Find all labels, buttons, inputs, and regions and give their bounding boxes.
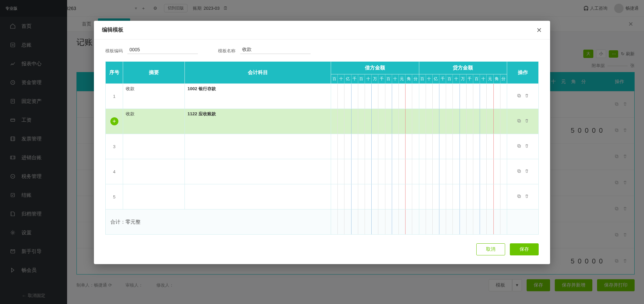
svg-rect-33 [518, 195, 520, 197]
credit-cell[interactable] [419, 84, 507, 109]
total-credit [419, 209, 507, 235]
entry-row[interactable]: 1收款1002 银行存款 [106, 84, 539, 109]
seq-cell: 5 [106, 184, 123, 209]
debit-cell[interactable] [331, 134, 419, 159]
total-debit [331, 209, 419, 235]
entry-row[interactable]: 3 [106, 134, 539, 159]
add-row-icon[interactable]: + [110, 117, 118, 125]
seq-cell: 1 [106, 84, 123, 109]
total-label: 合计：零元整 [106, 209, 331, 235]
svg-rect-29 [518, 144, 520, 147]
copy-row-icon[interactable] [517, 93, 522, 98]
debit-cell[interactable] [331, 109, 419, 134]
credit-cell[interactable] [419, 109, 507, 134]
seq-cell: + [106, 109, 123, 134]
th-credit: 贷方金额 [419, 62, 507, 74]
template-entry-table: 序号 摘要 会计科目 借方金额 贷方金额 操作 百十亿千百十万千百十元角分 百十… [105, 61, 539, 235]
entry-row[interactable]: 4 [106, 159, 539, 184]
template-name-label: 模板名称 [218, 48, 235, 54]
svg-rect-32 [518, 195, 521, 198]
credit-cell[interactable] [419, 134, 507, 159]
modal-save-button[interactable]: 保存 [510, 243, 539, 255]
copy-row-icon[interactable] [517, 194, 522, 199]
copy-row-icon[interactable] [517, 118, 522, 123]
delete-row-icon[interactable] [524, 143, 529, 148]
th-seq: 序号 [106, 62, 123, 84]
cancel-button[interactable]: 取消 [476, 243, 505, 255]
svg-rect-26 [518, 120, 521, 122]
account-cell[interactable] [185, 184, 331, 209]
row-ops [507, 84, 539, 109]
svg-rect-24 [518, 95, 521, 97]
th-debit-digits: 百十亿千百十万千百十元角分 [331, 74, 419, 84]
row-ops [507, 134, 539, 159]
debit-cell[interactable] [331, 84, 419, 109]
summary-cell[interactable] [123, 134, 185, 159]
svg-rect-25 [518, 94, 520, 97]
seq-cell: 3 [106, 134, 123, 159]
copy-row-icon[interactable] [517, 169, 522, 174]
credit-cell[interactable] [419, 184, 507, 209]
delete-row-icon[interactable] [524, 93, 529, 98]
delete-row-icon[interactable] [524, 194, 529, 199]
delete-row-icon[interactable] [524, 169, 529, 174]
entry-row[interactable]: +收款1122 应收账款 [106, 109, 539, 134]
debit-cell[interactable] [331, 184, 419, 209]
account-cell[interactable]: 1002 银行存款 [185, 84, 331, 109]
delete-row-icon[interactable] [524, 118, 529, 123]
copy-row-icon[interactable] [517, 143, 522, 148]
svg-rect-31 [518, 170, 520, 172]
template-code-label: 模板编码 [105, 48, 123, 54]
account-cell[interactable]: 1122 应收账款 [185, 109, 331, 134]
row-ops [507, 159, 539, 184]
svg-rect-30 [518, 170, 521, 173]
template-code-input[interactable] [127, 46, 198, 54]
edit-template-modal: 编辑模板 ✕ 模板编码 模板名称 序号 摘要 会计科目 借方金额 贷方金额 [94, 21, 550, 264]
th-account: 会计科目 [185, 62, 331, 84]
credit-cell[interactable] [419, 159, 507, 184]
summary-cell[interactable]: 收款 [123, 109, 185, 134]
summary-cell[interactable] [123, 184, 185, 209]
template-name-input[interactable] [240, 46, 311, 54]
th-debit: 借方金额 [331, 62, 419, 74]
th-credit-digits: 百十亿千百十万千百十元角分 [419, 74, 507, 84]
account-cell[interactable] [185, 134, 331, 159]
debit-cell[interactable] [331, 159, 419, 184]
row-ops [507, 109, 539, 134]
seq-cell: 4 [106, 159, 123, 184]
svg-rect-28 [518, 145, 521, 147]
row-ops [507, 184, 539, 209]
close-icon[interactable]: ✕ [536, 26, 542, 34]
th-summary: 摘要 [123, 62, 185, 84]
modal-title: 编辑模板 [102, 26, 123, 34]
entry-row[interactable]: 5 [106, 184, 539, 209]
summary-cell[interactable] [123, 159, 185, 184]
summary-cell[interactable]: 收款 [123, 84, 185, 109]
svg-rect-27 [518, 119, 520, 122]
account-cell[interactable] [185, 159, 331, 184]
th-op: 操作 [507, 62, 539, 84]
